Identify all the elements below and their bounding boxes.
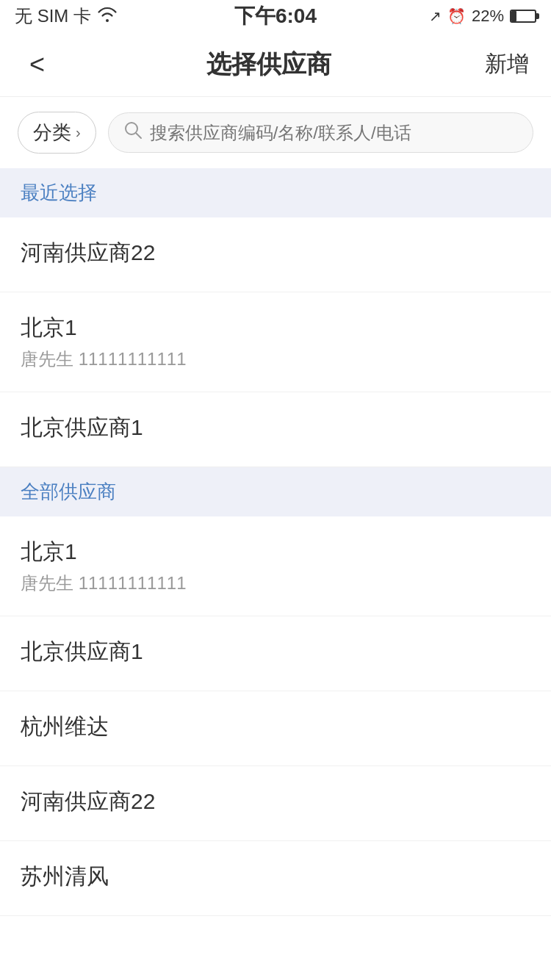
status-bar: 无 SIM 卡 下午6:04 ↗ ⏰ 22%	[0, 0, 551, 32]
status-left: 无 SIM 卡	[15, 4, 118, 28]
item-name: 北京1	[21, 537, 530, 567]
status-right: ↗ ⏰ 22%	[429, 7, 536, 26]
list-item[interactable]: 河南供应商22	[0, 217, 551, 292]
all-section-label: 全部供应商	[21, 480, 116, 502]
chevron-right-icon: ›	[76, 124, 81, 141]
wifi-icon	[97, 6, 118, 26]
battery-icon	[510, 10, 536, 23]
svg-line-1	[136, 134, 141, 139]
recent-section-header: 最近选择	[0, 168, 551, 217]
recent-list: 河南供应商22北京1唐先生 11111111111北京供应商1	[0, 217, 551, 467]
carrier-label: 无 SIM 卡	[15, 4, 91, 28]
search-icon	[123, 120, 143, 145]
list-item[interactable]: 北京供应商1	[0, 616, 551, 691]
item-name: 河南供应商22	[21, 787, 530, 817]
location-icon: ↗	[429, 7, 442, 25]
nav-bar: < 选择供应商 新增	[0, 32, 551, 97]
item-name: 杭州维达	[21, 712, 530, 742]
recent-section-label: 最近选择	[21, 181, 97, 203]
item-name: 北京1	[21, 313, 530, 343]
item-contact: 唐先生 11111111111	[21, 572, 530, 595]
category-button[interactable]: 分类 ›	[18, 112, 96, 154]
alarm-icon: ⏰	[447, 7, 466, 25]
svg-point-0	[126, 123, 137, 134]
list-item[interactable]: 苏州清风	[0, 841, 551, 916]
list-item[interactable]: 北京供应商1	[0, 392, 551, 467]
search-input[interactable]	[150, 123, 518, 143]
status-time: 下午6:04	[234, 2, 317, 30]
list-item[interactable]: 杭州维达	[0, 691, 551, 766]
battery-label: 22%	[472, 7, 504, 26]
category-label: 分类	[33, 120, 71, 145]
all-list: 北京1唐先生 11111111111北京供应商1杭州维达河南供应商22苏州清风	[0, 516, 551, 916]
item-name: 北京供应商1	[21, 413, 530, 443]
item-contact: 唐先生 11111111111	[21, 347, 530, 371]
item-name: 河南供应商22	[21, 238, 530, 268]
filter-bar: 分类 ›	[0, 97, 551, 168]
list-item[interactable]: 河南供应商22	[0, 766, 551, 841]
page-title: 选择供应商	[206, 48, 331, 82]
new-add-button[interactable]: 新增	[485, 49, 529, 79]
search-box	[108, 112, 533, 153]
back-button[interactable]: <	[22, 42, 52, 87]
list-item[interactable]: 北京1唐先生 11111111111	[0, 292, 551, 392]
item-name: 苏州清风	[21, 862, 530, 892]
item-name: 北京供应商1	[21, 637, 530, 667]
all-section-header: 全部供应商	[0, 467, 551, 516]
list-item[interactable]: 北京1唐先生 11111111111	[0, 516, 551, 616]
